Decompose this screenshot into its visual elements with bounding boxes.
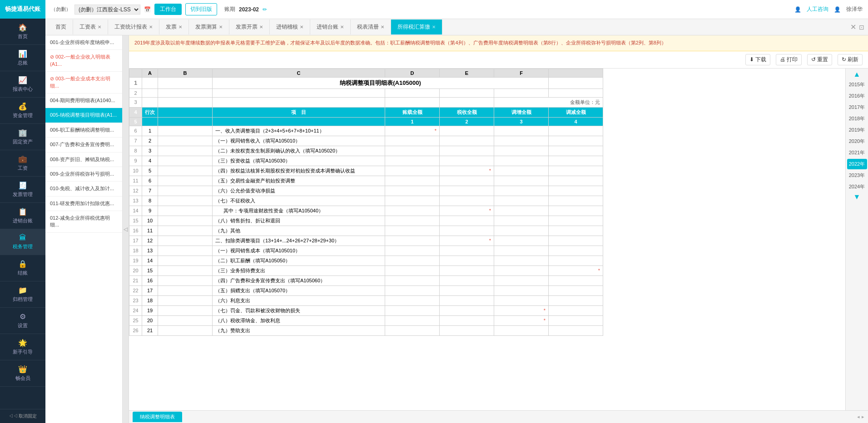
col-num-1: 1 (385, 117, 440, 126)
spreadsheet-wrap[interactable]: A B C D E F 1 (129, 69, 845, 410)
tab-purchase-ledger[interactable]: 进销台账✕ (310, 20, 351, 34)
sidebar-item-finance[interactable]: 💰 资金管理 (0, 98, 45, 124)
table-row: 18 13 （一）视同销售成本（填写A105010） (129, 246, 603, 256)
workspace-button[interactable]: 工作台 (154, 4, 182, 15)
col-header-row (129, 69, 142, 77)
year-2016[interactable]: 2016年 (847, 91, 867, 101)
sidebar-item-label: 进销台账 (13, 217, 33, 224)
year-2020[interactable]: 2020年 (847, 136, 867, 147)
year-2018[interactable]: 2018年 (847, 113, 867, 124)
sidebar-item-close[interactable]: 🔒 结账 (0, 255, 45, 281)
left-panel: 001-企业所得税年度纳税申... ⊘ 002-一般企业收入明细表(A1... … (45, 35, 123, 423)
year-2023[interactable]: 2023年 (847, 170, 867, 181)
sidebar-item-label: 总账 (18, 59, 28, 66)
sidebar-item-payroll[interactable]: 💼 工资 (0, 150, 45, 177)
col-shuishou: 税收全额 (440, 107, 494, 117)
table-row: 17 12 二、扣除类调整项目（13+14+...24+26+27+28+29+… (129, 236, 603, 246)
col-zhangzai: 账载全额 (385, 107, 440, 117)
tab-close-tax-clear[interactable]: ✕ (381, 25, 384, 30)
reset-button[interactable]: ↺ 重置 (807, 54, 832, 65)
year-2017[interactable]: 2017年 (847, 102, 867, 113)
tab-close-payroll-report[interactable]: ✕ (149, 25, 153, 30)
sidebar-item-assets[interactable]: 🏢 固定资产 (0, 124, 45, 150)
year-2021[interactable]: 2021年 (847, 148, 867, 158)
pin-toggle[interactable]: ◁◁ 取消固定 (0, 409, 45, 423)
sidebar-item-label: 资金管理 (13, 112, 33, 119)
tab-close-invoice-open[interactable]: ✕ (259, 25, 263, 30)
user-name: 徐泽华 (846, 5, 863, 13)
sidebar-item-home[interactable]: 🏠 首页 (0, 19, 45, 45)
tab-payroll[interactable]: 工资表✕ (73, 20, 108, 34)
table-row: 21 16 （四）广告费和业务宣传费支出（填写A105060） (129, 275, 603, 285)
sidebar-item-ledger[interactable]: 📊 总账 (0, 45, 45, 71)
sidebar-item-tax[interactable]: 🏛 税务管理 (0, 229, 45, 255)
left-panel-item-003[interactable]: ⊘ 003-一般企业成本支出明细... (45, 72, 122, 93)
sidebar-item-archive[interactable]: 📁 归档管理 (0, 281, 45, 308)
tab-close-purchase-check[interactable]: ✕ (300, 25, 303, 30)
sidebar-item-label: 畅会员 (15, 375, 30, 382)
tab-close-invoice-calc[interactable]: ✕ (219, 25, 223, 30)
left-panel-item-010[interactable]: 010-免税、减计收入及加计... (45, 182, 122, 196)
sheet-area: A B C D E F 1 (129, 69, 868, 410)
year-2019[interactable]: 2019年 (847, 125, 867, 135)
tab-income-tax[interactable]: 所得税汇算缴✕ (391, 20, 442, 34)
year-2024[interactable]: 2024年 (847, 182, 867, 192)
scroll-right-icon[interactable]: ▸ (862, 414, 864, 420)
tab-home[interactable]: 首页 (49, 20, 73, 34)
period-edit-icon[interactable]: ✏ (263, 6, 267, 13)
right-main: 2019年度涉及取以前年度继续数据的申报表单元格需要手工维护正确，才能保证本年及… (129, 35, 868, 423)
bottom-tab-item[interactable]: 纳税调整明细表 (133, 412, 182, 422)
calendar-icon: 📅 (144, 6, 151, 13)
panel-collapse-handle[interactable]: ◁ (123, 35, 129, 423)
table-row: 12 7 （六）公允价值变动净损益 (129, 186, 603, 196)
tab-close-purchase-ledger[interactable]: ✕ (340, 25, 344, 30)
refresh-button[interactable]: ↻ 刷新 (838, 54, 863, 65)
table-row: 23 18 （六）利息支出 (129, 295, 603, 305)
left-panel-item-009[interactable]: 009-企业所得税弥补亏损明... (45, 167, 122, 182)
sidebar-item-member[interactable]: 👑 畅会员 (0, 360, 45, 387)
left-panel-item-007[interactable]: 007-广告费和业务宣传费明... (45, 138, 122, 152)
tab-close-invoice[interactable]: ✕ (179, 25, 182, 30)
support-label[interactable]: 人工咨询 (807, 5, 828, 13)
tabbar: 首页 工资表✕ 工资统计报表✕ 发票✕ 发票测算✕ 发票开票✕ 进销稽核✕ 进销… (45, 19, 868, 35)
tab-close-payroll[interactable]: ✕ (98, 25, 101, 30)
app-logo: 畅捷通易代账 (0, 0, 45, 19)
left-panel-item-006[interactable]: 006-职工薪酬纳税调整明细... (45, 123, 122, 138)
maximize-icon[interactable]: ⊡ (859, 24, 864, 31)
year-scroll-up[interactable]: ▲ (853, 70, 861, 79)
left-panel-item-005[interactable]: 005-纳税调整项目明细表(A1... (45, 108, 122, 123)
sidebar-item-settings[interactable]: ⚙ 设置 (0, 308, 45, 334)
table-row: 11 6 （五）交易性金融资产初始投资调整 (129, 176, 603, 186)
download-button[interactable]: ⬇ 下载 (745, 54, 770, 65)
tab-payroll-report[interactable]: 工资统计报表✕ (108, 20, 159, 34)
year-2015[interactable]: 2015年 (847, 79, 867, 90)
table-row: 14 9 其中：专项用途财政性资金（填写A105040） * (129, 206, 603, 216)
left-panel-item-001[interactable]: 001-企业所得税年度纳税申... (45, 35, 122, 50)
sidebar-item-purchase[interactable]: 📋 进销台账 (0, 203, 45, 229)
left-panel-item-004[interactable]: 004-期间费用明细表(A1040... (45, 93, 122, 108)
scroll-left-icon[interactable]: ◂ (857, 414, 860, 420)
tab-invoice-calc[interactable]: 发票测算✕ (189, 20, 229, 34)
tab-close-income-tax[interactable]: ✕ (432, 25, 436, 30)
year-scroll-down[interactable]: ▼ (853, 193, 861, 201)
sidebar-item-report[interactable]: 📈 报表中心 (0, 71, 45, 98)
company-select[interactable]: (勿删）江西股金-LSS (74, 5, 140, 15)
close-all-icon[interactable]: ✕ (850, 23, 856, 31)
sidebar-item-invoice[interactable]: 🧾 发票管理 (0, 177, 45, 203)
left-panel-item-002[interactable]: ⊘ 002-一般企业收入明细表(A1... (45, 50, 122, 72)
left-panel-item-011[interactable]: 011-研发费用加计扣除优惠... (45, 197, 122, 211)
print-button[interactable]: 🖨 打印 (776, 54, 802, 65)
tab-purchase-check[interactable]: 进销稽核✕ (270, 20, 310, 34)
sidebar-item-guide[interactable]: 🌟 新手引导 (0, 334, 45, 360)
col-num-4: 4 (549, 117, 603, 126)
tab-invoice[interactable]: 发票✕ (159, 20, 189, 34)
left-panel-item-008[interactable]: 008-资产折旧、摊销及纳税... (45, 152, 122, 167)
old-version-button[interactable]: 切到旧版 (185, 3, 217, 15)
tab-invoice-open[interactable]: 发票开票✕ (229, 20, 270, 34)
year-2022[interactable]: 2022年 (847, 159, 867, 169)
tab-tax-clear[interactable]: 税表清册✕ (351, 20, 391, 34)
unit-label: 金额单位：元 (494, 97, 603, 107)
table-row: 13 8 （七）不征税收入 (129, 196, 603, 206)
left-panel-item-012[interactable]: 012-减免企业所得税优惠明细... (45, 211, 122, 233)
period-value: 2023-02 (239, 6, 259, 13)
